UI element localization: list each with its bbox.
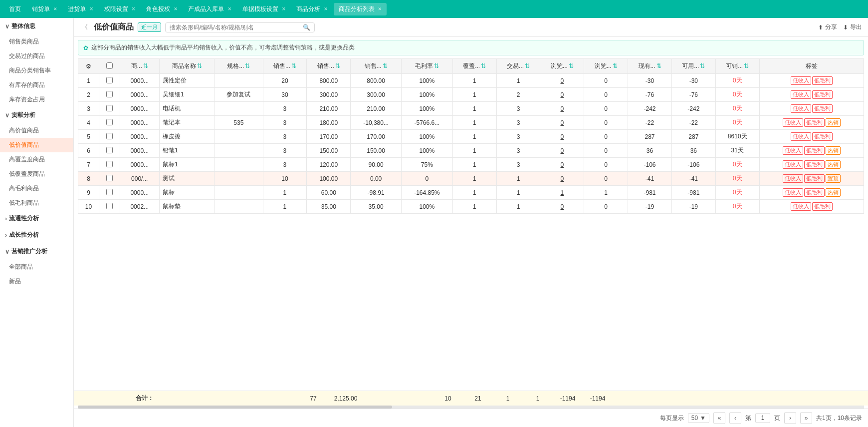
th-browse1[interactable]: 浏览...⇅ (540, 59, 584, 74)
nav-product-list[interactable]: 商品分析列表 × (334, 3, 387, 15)
row-checkbox[interactable] (106, 91, 113, 97)
row-checkbox[interactable] (106, 119, 113, 125)
cell-browse1[interactable]: 0 (540, 102, 584, 116)
sidebar-item-high-value[interactable]: 高价值商品 (0, 123, 73, 138)
cell-checkbox[interactable] (99, 88, 120, 102)
section-overall[interactable]: ∨ 整体信息 (0, 18, 73, 34)
row-checkbox[interactable] (106, 105, 113, 111)
sidebar-item-new-products[interactable]: 新品 (0, 274, 73, 289)
search-box[interactable]: 🔍 (165, 22, 315, 32)
close-product-analysis-icon[interactable]: × (324, 5, 328, 12)
browse2-link[interactable]: 0 (561, 119, 564, 126)
sidebar-item-low-value[interactable]: 低价值商品 (0, 138, 73, 152)
th-sales-amt2[interactable]: 销售...⇅ (351, 59, 402, 74)
browse2-link[interactable]: 0 (561, 133, 564, 140)
next-page-button[interactable]: › (784, 412, 796, 424)
cell-browse1[interactable]: 0 (540, 158, 584, 172)
sidebar-item-sales-products[interactable]: 销售类商品 (0, 34, 73, 49)
nav-template[interactable]: 单据模板设置 × (237, 3, 290, 15)
nav-purchase[interactable]: 进货单 × (63, 3, 98, 15)
browse2-link[interactable]: 0 (561, 175, 564, 182)
select-all-checkbox[interactable] (106, 62, 113, 69)
cell-checkbox[interactable] (99, 172, 120, 186)
cell-browse1[interactable]: 0 (540, 144, 584, 158)
th-checkbox[interactable] (99, 59, 120, 74)
row-checkbox[interactable] (106, 189, 113, 195)
row-checkbox[interactable] (106, 203, 113, 209)
per-page-select[interactable]: 50 ▼ (688, 413, 709, 423)
browse2-link[interactable]: 0 (561, 147, 564, 154)
cell-checkbox[interactable] (99, 158, 120, 172)
browse2-link[interactable]: 1 (561, 189, 564, 196)
sidebar-item-high-coverage[interactable]: 高覆盖度商品 (0, 152, 73, 167)
cell-browse1[interactable]: 0 (540, 74, 584, 88)
cell-browse1[interactable]: 0 (540, 200, 584, 214)
cell-checkbox[interactable] (99, 74, 120, 88)
search-icon[interactable]: 🔍 (303, 24, 310, 31)
close-permission-icon[interactable]: × (132, 5, 135, 12)
cell-browse1[interactable]: 0 (540, 88, 584, 102)
section-growth[interactable]: › 成长性分析 (0, 227, 73, 243)
th-code[interactable]: 商...⇅ (120, 59, 159, 74)
th-sales-qty[interactable]: 销售...⇅ (263, 59, 307, 74)
row-checkbox[interactable] (106, 175, 113, 181)
browse2-link[interactable]: 0 (561, 77, 564, 84)
close-role-icon[interactable]: × (174, 5, 177, 12)
th-sales-amt[interactable]: 销售...⇅ (307, 59, 351, 74)
th-usable[interactable]: 可用...⇅ (671, 59, 715, 74)
cell-browse1[interactable]: 1 (540, 186, 584, 200)
close-product-list-icon[interactable]: × (378, 5, 382, 12)
th-browse2[interactable]: 浏览...⇅ (584, 59, 628, 74)
share-button[interactable]: ⬆ 分享 (818, 23, 837, 31)
nav-product-in[interactable]: 产成品入库单 × (183, 3, 236, 15)
cell-checkbox[interactable] (99, 116, 120, 130)
browse2-link[interactable]: 0 (561, 161, 564, 168)
row-checkbox[interactable] (106, 133, 113, 139)
export-button[interactable]: ⬇ 导出 (843, 23, 862, 31)
nav-product-analysis[interactable]: 商品分析 × (291, 3, 332, 15)
settings-icon[interactable]: ⚙ (86, 63, 91, 70)
nav-sales[interactable]: 销货单 × (27, 3, 62, 15)
section-contribution[interactable]: ∨ 贡献分析 (0, 107, 73, 123)
sidebar-item-category-rate[interactable]: 商品分类销售率 (0, 63, 73, 78)
row-checkbox[interactable] (106, 161, 113, 167)
section-circulation[interactable]: › 流通性分析 (0, 210, 73, 227)
th-gross-rate[interactable]: 毛利率⇅ (401, 59, 452, 74)
prev-page-button[interactable]: ‹ (729, 412, 741, 424)
row-checkbox[interactable] (106, 147, 113, 153)
sidebar-item-high-margin[interactable]: 高毛利商品 (0, 181, 73, 196)
nav-permission[interactable]: 权限设置 × (99, 3, 140, 15)
search-input[interactable] (170, 24, 301, 31)
first-page-button[interactable]: « (713, 412, 725, 424)
th-spec[interactable]: 规格...⇅ (215, 59, 263, 74)
cell-checkbox[interactable] (99, 130, 120, 144)
cell-checkbox[interactable] (99, 200, 120, 214)
table-container[interactable]: ⚙ 商...⇅ 商品名称⇅ 规格...⇅ 销售...⇅ 销售...⇅ 销售...… (74, 58, 868, 391)
th-current[interactable]: 现有...⇅ (628, 59, 672, 74)
sidebar-item-stock-products[interactable]: 有库存的商品 (0, 78, 73, 92)
cell-checkbox[interactable] (99, 186, 120, 200)
browse2-link[interactable]: 0 (561, 203, 564, 210)
nav-home[interactable]: 首页 (4, 3, 26, 15)
section-marketing[interactable]: ∨ 营销推广分析 (0, 243, 73, 260)
sidebar-item-stock-capital[interactable]: 库存资金占用 (0, 92, 73, 107)
row-checkbox[interactable] (106, 77, 113, 83)
sidebar-collapse-button[interactable]: 《 (80, 22, 90, 32)
th-name[interactable]: 商品名称⇅ (159, 59, 214, 74)
th-saleable[interactable]: 可销...⇅ (715, 59, 759, 74)
close-product-in-icon[interactable]: × (228, 5, 231, 12)
browse2-link[interactable]: 0 (561, 105, 564, 112)
close-sales-icon[interactable]: × (53, 5, 57, 12)
th-trades[interactable]: 交易...⇅ (496, 59, 540, 74)
cell-browse1[interactable]: 0 (540, 130, 584, 144)
cell-checkbox[interactable] (99, 144, 120, 158)
sidebar-item-low-margin[interactable]: 低毛利商品 (0, 196, 73, 210)
browse2-link[interactable]: 0 (561, 91, 564, 98)
cell-browse1[interactable]: 0 (540, 172, 584, 186)
th-settings[interactable]: ⚙ (78, 59, 99, 74)
period-tag[interactable]: 近一月 (138, 22, 161, 32)
close-template-icon[interactable]: × (282, 5, 285, 12)
last-page-button[interactable]: » (800, 412, 812, 424)
close-purchase-icon[interactable]: × (90, 5, 93, 12)
page-input[interactable] (755, 413, 770, 423)
